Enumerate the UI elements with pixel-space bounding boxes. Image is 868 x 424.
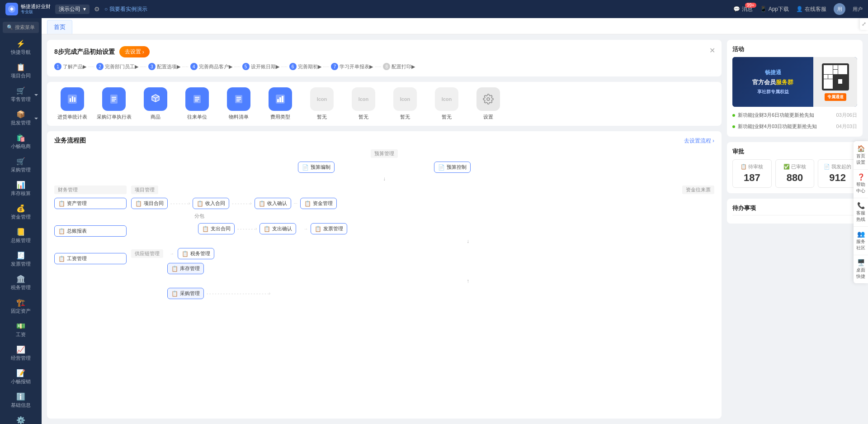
node-asset[interactable]: 📋 资产管理: [54, 198, 127, 209]
finance-column: 财务管理 📋 资产管理 📋 总账报表: [54, 186, 127, 299]
settings-icon[interactable]: ⚙: [94, 5, 100, 13]
sidebar-item-salary[interactable]: 💵 工资: [0, 318, 42, 342]
setup-step-8[interactable]: 8 配置打印 ▶: [383, 63, 415, 70]
step-play-8: ▶: [411, 64, 415, 70]
icon-item-placeholder-4[interactable]: Icon 暂无: [429, 87, 465, 120]
sidebar-item-retail[interactable]: 🛒 零售管理: [0, 83, 42, 106]
news-item-1[interactable]: 新功能|业财3月6日功能更新抢先知 03月06日: [732, 110, 857, 120]
step-play-6: ▶: [318, 64, 321, 70]
rfi-community[interactable]: 👥 服务社区: [854, 227, 868, 255]
sidebar-item-ecommerce[interactable]: 🛍️ 小畅电商: [0, 130, 42, 153]
sidebar-item-capital[interactable]: 💰 资金管理: [0, 200, 42, 224]
activity-btn[interactable]: 专属通道: [825, 93, 846, 101]
rfi-help[interactable]: ❓ 帮助中心: [854, 170, 868, 198]
rfi-hotline[interactable]: 📞 客服热线: [854, 198, 868, 227]
message-button[interactable]: 💬 消息 99+: [733, 5, 753, 13]
placeholder-3-label: 暂无: [400, 114, 410, 120]
step-num-2: 2: [96, 63, 104, 70]
svg-rect-19: [279, 97, 281, 102]
sidebar-item-sysadmin[interactable]: ⚙️ 系统管理: [0, 412, 42, 424]
sidebar-item-operation[interactable]: 📈 经营管理: [0, 342, 42, 365]
sidebar-item-ledger[interactable]: 📒 总账管理: [0, 224, 42, 248]
approval-approved[interactable]: ✅ 已审核 880: [775, 159, 815, 188]
icon-item-placeholder-1[interactable]: Icon 暂无: [304, 87, 340, 120]
sidebar-item-shortcuts[interactable]: ⚡ 快捷导航: [0, 36, 42, 59]
sidebar-item-project[interactable]: 📋 项目合同: [0, 59, 42, 83]
node-budget-control[interactable]: 📄 预算控制: [434, 162, 471, 173]
approved-label: ✅ 已审核: [779, 163, 811, 170]
icon-item-settings[interactable]: 设置: [470, 87, 506, 120]
node-ledger[interactable]: 📋 总账报表: [54, 225, 127, 237]
svg-rect-12: [195, 100, 198, 101]
svg-rect-18: [277, 99, 279, 102]
sidebar-item-expense[interactable]: 📝 小畅报销: [0, 365, 42, 389]
rfi-home-settings[interactable]: 🏠 首页设置: [854, 141, 868, 170]
supply-label: 供应链管理: [131, 249, 163, 258]
icon-item-inventory-report[interactable]: 进货单统计表: [54, 87, 90, 120]
invoice-node-icon: 📋: [315, 226, 321, 232]
setup-steps: 1 了解产品 ▶ ····· 2 完善部门员工 ▶ ····· 3: [54, 63, 714, 70]
setup-step-3[interactable]: 3 配置选项 ▶: [148, 63, 180, 70]
icon-item-partner[interactable]: 往来单位: [179, 87, 215, 120]
sidebar-item-wholesale[interactable]: 📦 批发管理: [0, 106, 42, 130]
node-project-contract[interactable]: 📋 项目合同: [131, 198, 168, 209]
setup-title: 8步完成产品初始设置: [54, 48, 115, 56]
node-salary[interactable]: 📋 工资管理: [54, 253, 127, 264]
sidebar-item-basicinfo[interactable]: ℹ️ 基础信息: [0, 389, 42, 412]
icon-item-placeholder-2[interactable]: Icon 暂无: [345, 87, 382, 120]
icon-item-cost-type[interactable]: 费用类型: [262, 87, 298, 120]
node-capital-mgmt[interactable]: 📋 资金管理: [300, 198, 337, 209]
search-menu[interactable]: 🔍 搜索菜单: [3, 22, 39, 33]
tax-link: →: [170, 251, 174, 256]
sidebar-item-fixedasset[interactable]: 🏗️ 固定资产: [0, 295, 42, 318]
node-budget-compile[interactable]: 📄 预算编制: [298, 162, 335, 173]
app-download-button[interactable]: 📱 App下载: [760, 5, 789, 13]
company-selector[interactable]: 演示公司 ▾: [55, 5, 90, 14]
approval-pending[interactable]: 📋 待审核 187: [732, 159, 772, 188]
inventory-report-label: 进货单统计表: [57, 114, 87, 120]
node-expense-contract[interactable]: 📋 支出合同: [198, 223, 235, 234]
approval-mine[interactable]: 📄 我发起的 912: [818, 159, 857, 188]
activity-banner[interactable]: 畅捷通 官方会员服务群 享社群专属权益: [732, 57, 857, 107]
income-confirm-label: 收入确认: [267, 200, 287, 207]
setup-step-6[interactable]: 6 完善期初 ▶: [289, 63, 321, 70]
news-item-2[interactable]: 新功能|业财4月03日功能更新抢先知 04月03日: [732, 122, 857, 131]
setup-step-4[interactable]: 4 完善商品客户 ▶: [190, 63, 232, 70]
icon-item-placeholder-3[interactable]: Icon 暂无: [387, 87, 423, 120]
node-income-contract[interactable]: 📋 收入合同: [193, 198, 229, 209]
expand-button[interactable]: ⤢: [860, 18, 868, 30]
node-income-confirm[interactable]: 📋 收入确认: [255, 198, 291, 209]
main-layout: 🔍 搜索菜单 ⚡ 快捷导航 📋 项目合同 🛒 零售管理 📦 批发管理 🛍️ 小畅…: [0, 18, 868, 424]
node-purchase[interactable]: 📋 采购管理: [167, 288, 204, 299]
setup-step-1[interactable]: 1 了解产品 ▶: [54, 63, 86, 70]
demo-link[interactable]: ○ 我要看实例演示: [104, 5, 147, 13]
node-invoice[interactable]: 📋 发票管理: [311, 223, 347, 234]
sidebar-item-invoice[interactable]: 🧾 发票管理: [0, 248, 42, 271]
chevron-right-icon: ›: [142, 49, 144, 55]
step-label-4: 完善商品客户: [199, 63, 229, 70]
income-confirm-icon: 📋: [259, 200, 265, 207]
node-expense-confirm[interactable]: 📋 支出确认: [259, 223, 296, 234]
setup-step-2[interactable]: 2 完善部门员工 ▶: [96, 63, 138, 70]
setup-close-button[interactable]: ✕: [709, 46, 715, 55]
icon-item-goods[interactable]: 商品: [137, 87, 174, 120]
online-service-button[interactable]: 👤 在线客服: [796, 5, 826, 13]
setup-step-5[interactable]: 5 设开账日期 ▶: [242, 63, 279, 70]
setup-step-7[interactable]: 7 学习开单报表 ▶: [331, 63, 373, 70]
rfi-desktop[interactable]: 🖥️ 桌面快捷: [854, 255, 868, 283]
sidebar-item-inventory[interactable]: 📊 库存核算: [0, 177, 42, 200]
approved-count: 880: [779, 172, 811, 184]
sidebar-item-purchase[interactable]: 🛒 采购管理: [0, 153, 42, 177]
service-icon: 👤: [796, 6, 803, 12]
sidebar-item-tax[interactable]: 🏛️ 税务管理: [0, 271, 42, 295]
user-avatar[interactable]: 用: [834, 3, 845, 15]
node-tax[interactable]: 📋 税务管理: [178, 248, 214, 259]
node-inventory[interactable]: 📋 库存管理: [167, 263, 204, 274]
flow-setup-link[interactable]: 去设置流程 ›: [684, 137, 714, 145]
partner-label: 往来单位: [187, 114, 207, 120]
icon-item-purchase-order[interactable]: 采购订单执行表: [96, 87, 132, 120]
tab-home[interactable]: 首页: [47, 20, 72, 34]
mine-count: 912: [822, 172, 853, 184]
icon-item-bom[interactable]: 物料清单: [221, 87, 257, 120]
setup-button[interactable]: 去设置 ›: [119, 46, 150, 57]
